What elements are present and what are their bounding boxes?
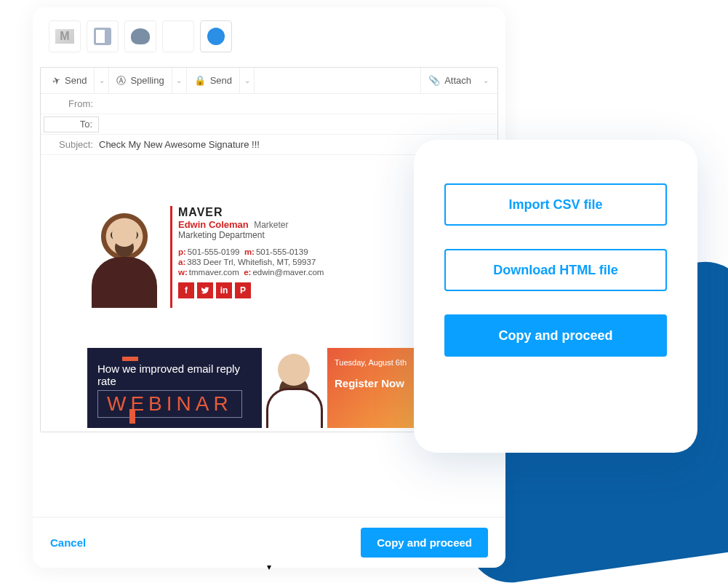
signature-divider — [170, 206, 172, 308]
import-csv-button[interactable]: Import CSV file — [444, 183, 667, 226]
social-icons-row: f in P — [178, 282, 324, 298]
cancel-button[interactable]: Cancel — [50, 536, 86, 549]
banner-register-cta[interactable]: Register Now — [335, 377, 407, 389]
spelling-dropdown[interactable]: ⌄ — [172, 68, 187, 93]
to-label: To: — [44, 116, 99, 132]
download-html-button[interactable]: Download HTML file — [444, 249, 667, 291]
phone-label: p: — [178, 247, 186, 256]
mail-client-icons-row: ▾ — [33, 20, 505, 52]
mobile-value: 501-555-0139 — [256, 247, 308, 256]
attach-label: Attach — [444, 75, 471, 86]
web-value: tmmaver.com — [189, 268, 239, 277]
web-label: w: — [178, 268, 188, 277]
spelling-icon: Ⓐ — [116, 74, 126, 87]
compose-toolbar: ✈ Send ⌄ Ⓐ Spelling ⌄ 🔒 Send ⌄ 📎 Attach … — [41, 68, 497, 94]
linkedin-icon[interactable]: in — [216, 282, 232, 298]
signature-department: Marketing Department — [178, 230, 324, 240]
pinterest-icon[interactable]: P — [235, 282, 251, 298]
popup-copy-proceed-button[interactable]: Copy and proceed — [444, 314, 667, 357]
apple-mail-icon[interactable] — [162, 20, 194, 52]
twitter-icon[interactable] — [197, 282, 213, 298]
cloud-mail-icon[interactable]: ▾ — [200, 20, 232, 52]
banner-headline: How we improved email reply rate — [97, 362, 252, 387]
spelling-button[interactable]: Ⓐ Spelling — [109, 68, 172, 93]
thunderbird-icon[interactable] — [124, 20, 156, 52]
lock-icon: 🔒 — [194, 75, 206, 86]
secure-send-label: Send — [210, 75, 232, 86]
banner-speaker-photo — [262, 348, 327, 428]
paperclip-icon: 📎 — [428, 75, 440, 86]
facebook-icon[interactable]: f — [178, 282, 194, 298]
send-dropdown[interactable]: ⌄ — [95, 68, 109, 93]
secure-send-dropdown[interactable]: ⌄ — [240, 68, 255, 93]
attach-dropdown[interactable]: ⌄ — [479, 68, 493, 93]
banner-date: Tuesday, August 6th — [335, 358, 407, 367]
subject-value[interactable]: Check My New Awesome Signature !!! — [99, 139, 260, 150]
signature-avatar — [84, 206, 164, 308]
to-row[interactable]: To: — [41, 114, 497, 135]
signature-company: MAVER — [178, 206, 324, 219]
from-label: From: — [41, 98, 99, 109]
secure-send-button[interactable]: 🔒 Send — [187, 68, 240, 93]
signature-role: Marketer — [254, 220, 288, 230]
send-label: Send — [65, 75, 87, 86]
send-button[interactable]: ✈ Send — [45, 68, 95, 93]
address-value: 383 Deer Trl, Whitefish, MT, 59937 — [187, 258, 316, 266]
export-options-popup: Import CSV file Download HTML file Copy … — [414, 140, 697, 453]
email-value: edwin@maver.com — [252, 268, 324, 277]
phone-value: 501-555-0199 — [188, 247, 240, 256]
from-row: From: — [41, 94, 497, 114]
banner-webinar-label: WEBINAR — [97, 390, 242, 418]
send-icon: ✈ — [51, 74, 62, 87]
signature-text-block: MAVER Edwin Coleman Marketer Marketing D… — [178, 206, 324, 298]
footer-bar: Cancel Copy and proceed — [33, 517, 505, 568]
mobile-label: m: — [244, 247, 255, 256]
spelling-label: Spelling — [130, 75, 164, 86]
copy-proceed-button[interactable]: Copy and proceed — [361, 528, 488, 558]
email-label: e: — [244, 268, 251, 277]
attach-button[interactable]: 📎 Attach — [420, 68, 479, 93]
banner-left: How we improved email reply rate WEBINAR — [87, 348, 262, 428]
webinar-banner[interactable]: How we improved email reply rate WEBINAR… — [87, 348, 415, 428]
signature-name: Edwin Coleman — [178, 219, 249, 230]
outlook-icon[interactable] — [87, 20, 119, 52]
subject-label: Subject: — [41, 139, 99, 150]
gmail-icon[interactable] — [49, 20, 81, 52]
address-label: a: — [178, 258, 185, 266]
banner-right: Tuesday, August 6th Register Now — [327, 348, 415, 428]
